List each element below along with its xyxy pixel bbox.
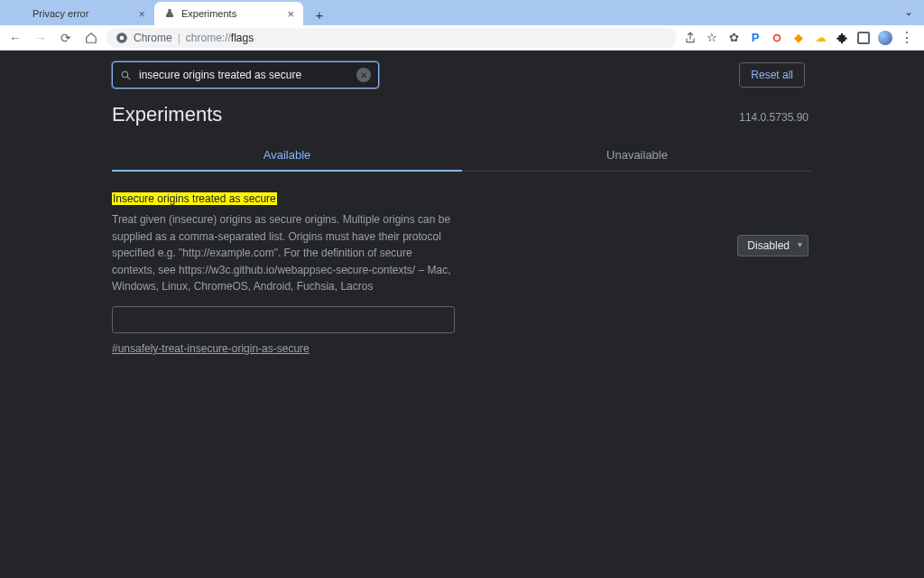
- reload-button[interactable]: ⟳: [56, 28, 76, 48]
- extensions-puzzle-icon[interactable]: [834, 30, 850, 46]
- tab-title: Privacy error: [32, 8, 88, 19]
- tab-privacy-error[interactable]: Privacy error ×: [5, 2, 154, 25]
- tab-strip: Privacy error × Experiments × + ⌄: [0, 0, 924, 25]
- favicon-blank: [14, 7, 27, 20]
- extension-icon-3[interactable]: [769, 30, 785, 46]
- chrome-version: 114.0.5735.90: [739, 111, 808, 124]
- reset-all-button[interactable]: Reset all: [739, 62, 805, 88]
- toolbar-right: ☆ ✿ P ◆ ☁ ⋮: [682, 30, 919, 46]
- tab-unavailable[interactable]: Unavailable: [462, 139, 812, 171]
- share-icon[interactable]: [682, 30, 698, 46]
- flask-icon: [163, 7, 176, 20]
- tab-experiments[interactable]: Experiments ×: [154, 2, 303, 25]
- omnibox-prefix: Chrome: [134, 32, 172, 44]
- flags-search-box[interactable]: ✕: [112, 61, 379, 89]
- flag-origins-input[interactable]: [112, 306, 455, 333]
- new-tab-button[interactable]: +: [309, 4, 330, 25]
- flag-title: Insecure origins treated as secure: [112, 192, 277, 205]
- flag-state-select[interactable]: Disabled: [737, 235, 808, 256]
- tab-available[interactable]: Available: [112, 139, 462, 171]
- side-panel-icon[interactable]: [855, 30, 872, 46]
- profile-avatar[interactable]: [877, 30, 893, 46]
- extension-icon-1[interactable]: ✿: [725, 30, 742, 46]
- toolbar: ← → ⟳ Chrome | chrome://flags ☆ ✿ P ◆ ☁: [0, 25, 924, 51]
- page-title: Experiments: [112, 103, 222, 126]
- search-icon: [120, 70, 132, 81]
- flags-search-input[interactable]: [139, 69, 356, 81]
- page-body: ✕ Reset all Experiments 114.0.5735.90 Av…: [0, 51, 924, 578]
- omnibox-path: chrome://flags: [186, 32, 254, 44]
- flag-description: Treat given (insecure) origins as secure…: [112, 211, 455, 295]
- clear-search-button[interactable]: ✕: [356, 68, 371, 82]
- close-icon[interactable]: ×: [287, 7, 294, 21]
- browser-chrome: Privacy error × Experiments × + ⌄ ← → ⟳ …: [0, 0, 924, 51]
- svg-point-3: [122, 71, 128, 78]
- omnibox[interactable]: Chrome | chrome://flags: [106, 28, 677, 48]
- scrollbar[interactable]: [913, 51, 924, 578]
- bookmark-star-icon[interactable]: ☆: [704, 30, 720, 46]
- tab-title: Experiments: [181, 8, 236, 19]
- svg-point-1: [120, 35, 125, 40]
- extension-icon-5[interactable]: ☁: [812, 30, 828, 46]
- flag-anchor-link[interactable]: #unsafely-treat-insecure-origin-as-secur…: [112, 342, 310, 355]
- svg-line-4: [127, 77, 130, 79]
- chrome-icon: [116, 32, 128, 44]
- extension-icon-2[interactable]: P: [747, 30, 763, 46]
- chrome-menu-button[interactable]: ⋮: [899, 30, 915, 46]
- close-icon[interactable]: ×: [138, 7, 145, 21]
- home-button[interactable]: [81, 28, 101, 48]
- svg-point-2: [774, 34, 781, 41]
- extension-icon-4[interactable]: ◆: [790, 30, 807, 46]
- back-button[interactable]: ←: [5, 28, 25, 48]
- tabs-overflow-button[interactable]: ⌄: [904, 5, 913, 18]
- flag-tabs: Available Unavailable: [112, 139, 812, 172]
- flag-item: Insecure origins treated as secure Treat…: [112, 172, 812, 356]
- forward-button[interactable]: →: [31, 28, 51, 48]
- omnibox-separator: |: [178, 32, 180, 44]
